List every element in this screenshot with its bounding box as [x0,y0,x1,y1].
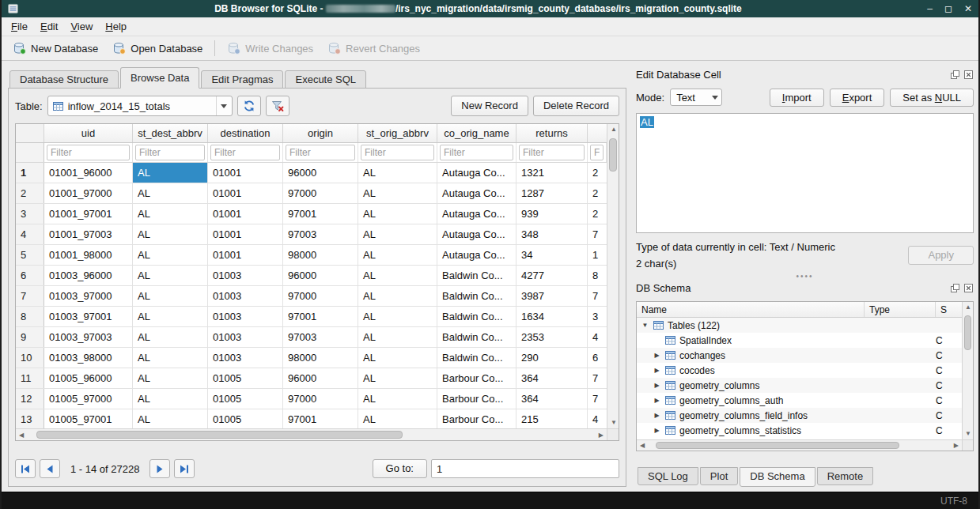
grid-cell[interactable]: 01001 [208,245,283,265]
grid-cell[interactable]: 290 [516,348,588,368]
grid-cell[interactable]: 2 [588,163,607,183]
expand-icon[interactable]: ▶ [653,352,661,359]
grid-cell[interactable]: 8 [588,266,607,285]
row-number[interactable]: 1 [16,163,44,183]
grid-cell[interactable]: Autauga Co... [437,183,516,203]
grid-cell[interactable]: AL [133,224,208,244]
row-number[interactable]: 3 [16,204,44,224]
column-header-origin[interactable]: origin [283,124,358,142]
grid-cell[interactable]: AL [133,266,208,285]
row-number[interactable]: 13 [16,409,44,428]
grid-cell[interactable]: 01003_97000 [44,286,133,306]
filter-input[interactable] [361,145,434,160]
tab-plot[interactable]: Plot [700,467,738,485]
grid-cell[interactable]: Baldwin Co... [437,266,516,285]
new-database-button[interactable]: New Database [6,39,104,58]
grid-cell[interactable]: 01005_97001 [44,409,133,428]
tree-row-geometry-columns-auth[interactable]: ▶geometry_columns_authC [637,393,962,408]
scroll-up-icon[interactable]: ▲ [965,304,971,311]
grid-cell[interactable]: 1 [588,245,607,265]
table-row[interactable]: 401001_97003AL0100197003ALAutauga Co...3… [16,224,607,245]
grid-cell[interactable]: 7 [588,389,607,409]
grid-cell[interactable]: Barbour Co... [437,368,516,388]
grid-cell[interactable]: 7 [588,224,607,244]
tab-database-structure[interactable]: Database Structure [9,70,119,89]
next-page-button[interactable] [149,459,170,478]
grid-cell[interactable]: AL [133,368,208,388]
scrollbar-thumb[interactable] [656,442,899,449]
clear-filters-button[interactable] [266,96,289,116]
grid-cell[interactable]: 1321 [516,163,588,183]
scrollbar-thumb[interactable] [964,315,971,350]
grid-cell[interactable]: 96000 [283,163,358,183]
tree-row-geometry-columns-statistics[interactable]: ▶geometry_columns_statisticsC [637,423,962,438]
grid-cell[interactable]: 364 [516,368,588,388]
close-button[interactable]: ✕ [964,1,972,17]
grid-cell[interactable]: AL [358,348,437,368]
first-page-button[interactable] [15,459,36,478]
grid-cell[interactable]: 01003 [208,286,283,306]
row-number[interactable]: 4 [16,224,44,244]
tab-sql-log[interactable]: SQL Log [638,467,698,485]
row-number[interactable]: 12 [16,389,44,409]
delete-record-button[interactable]: Delete Record [533,96,619,116]
grid-cell[interactable]: 97001 [283,204,358,224]
column-header-returns[interactable]: returns [516,124,588,142]
tab-execute-sql[interactable]: Execute SQL [285,70,366,89]
schema-col-type[interactable]: Type [865,302,936,317]
grid-cell[interactable]: 01001_97003 [44,224,133,244]
grid-cell[interactable]: AL [358,204,437,224]
tree-row-geometry-columns-field-infos[interactable]: ▶geometry_columns_field_infosC [637,408,962,423]
grid-cell[interactable]: 01001 [208,163,283,183]
scroll-left-icon[interactable]: ◀ [19,432,24,439]
import-button[interactable]: Import [770,89,824,107]
float-icon[interactable] [950,283,960,293]
grid-cell[interactable]: AL [358,224,437,244]
horizontal-scrollbar[interactable]: ◀ ▶ [16,428,607,440]
row-number[interactable]: 6 [16,266,44,285]
grid-cell[interactable]: Barbour Co... [437,389,516,409]
grid-cell[interactable]: 01001 [208,204,283,224]
grid-cell[interactable]: 01003 [208,307,283,326]
grid-cell[interactable]: 01001_96000 [44,163,133,183]
expand-icon[interactable]: ▶ [653,397,661,404]
column-header-uid[interactable]: uid [44,124,133,142]
grid-cell[interactable]: 01005_97000 [44,389,133,409]
tab-browse-data[interactable]: Browse Data [120,67,199,89]
grid-cell[interactable]: 97001 [283,307,358,326]
scroll-right-icon[interactable]: ▶ [954,443,959,449]
table-row[interactable]: 601003_96000AL0100396000ALBaldwin Co...4… [16,266,607,286]
menu-item-help[interactable]: Help [99,18,133,35]
grid-cell[interactable]: 01003 [208,266,283,285]
set-null-button[interactable]: Set as NULL [890,89,974,107]
grid-cell[interactable]: AL [133,327,208,347]
grid-cell[interactable]: 01005_96000 [44,368,133,388]
grid-cell[interactable]: AL [358,389,437,409]
scrollbar-thumb[interactable] [36,431,403,439]
menu-item-file[interactable]: File [5,18,34,35]
grid-cell[interactable]: AL [133,389,208,409]
grid-cell[interactable]: 2 [588,183,607,203]
grid-cell[interactable]: Barbour Co... [437,409,516,428]
grid-cell[interactable]: Autauga Co... [437,204,516,224]
table-row[interactable]: 1201005_97000AL0100597000ALBarbour Co...… [16,389,607,409]
table-row[interactable]: 901003_97003AL0100397003ALBaldwin Co...2… [16,327,607,348]
expand-icon[interactable]: ▶ [653,367,661,374]
grid-cell[interactable]: 01003 [208,327,283,347]
open-database-button[interactable]: Open Database [106,39,209,58]
row-number[interactable]: 9 [16,327,44,347]
tab-db-schema[interactable]: DB Schema [740,467,815,487]
scroll-down-icon[interactable]: ▼ [611,420,617,426]
grid-cell[interactable]: 97000 [283,183,358,203]
grid-cell[interactable]: 01003_98000 [44,348,133,368]
grid-cell[interactable]: 2353 [516,327,588,347]
grid-cell[interactable]: 01001 [208,224,283,244]
grid-cell[interactable]: Baldwin Co... [437,327,516,347]
maximize-button[interactable]: ◻ [944,1,952,17]
cell-editor[interactable]: AL [636,113,974,233]
prev-page-button[interactable] [40,459,60,478]
row-number[interactable]: 7 [16,286,44,306]
grid-cell[interactable]: 2 [588,204,607,224]
filter-input[interactable] [590,145,604,160]
row-number[interactable]: 5 [16,245,44,265]
